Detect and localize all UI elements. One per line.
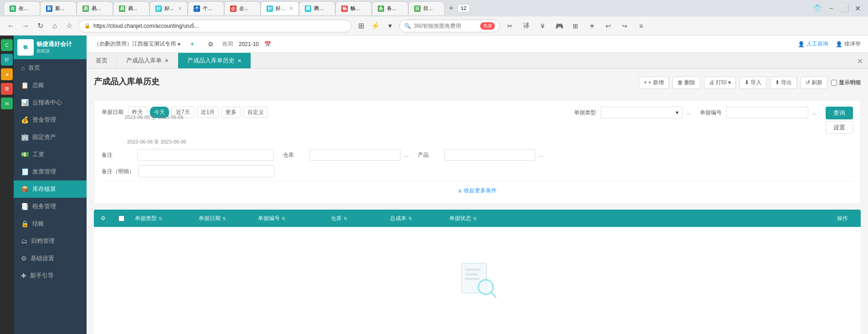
close-window-icon[interactable]: ✕ <box>855 4 861 13</box>
search-bar[interactable]: 🔍 热搜 <box>399 20 500 32</box>
th-total-cost[interactable]: 总成本 ⇅ <box>385 215 445 222</box>
tab-history-page[interactable]: 产成品入库单历史 ✕ <box>178 53 251 68</box>
query-button[interactable]: 查询 <box>826 107 853 119</box>
sidebar-item-reports[interactable]: 📊 云报表中心 <box>14 94 87 111</box>
browser-tab-6[interactable]: 个 个... <box>188 1 224 15</box>
tab-close-5[interactable]: ✕ <box>178 6 182 11</box>
maximize-icon[interactable]: ⬜ <box>840 4 849 13</box>
menu-icon[interactable]: ≡ <box>635 20 647 32</box>
bookmark-button[interactable]: ☆ <box>64 21 75 31</box>
type-more-icon[interactable]: ... <box>686 109 691 116</box>
home-button[interactable]: ⌂ <box>49 21 60 31</box>
new-tab-button[interactable]: + <box>445 2 457 15</box>
th-warehouse[interactable]: 仓库 ⇅ <box>326 215 385 222</box>
tab-count[interactable]: 12 <box>457 4 469 12</box>
user-info[interactable]: 👤 徐泽华 <box>836 40 861 48</box>
th-number[interactable]: 单据编号 ⇅ <box>253 215 326 222</box>
list-page-close[interactable]: ✕ <box>164 58 169 64</box>
currency-icon[interactable]: ¥ <box>536 20 549 32</box>
extensions-icon[interactable]: ⊞ <box>355 21 366 31</box>
calendar-icon[interactable]: 📅 <box>264 41 271 47</box>
search-input[interactable] <box>414 23 478 29</box>
minimize-icon[interactable]: － <box>827 4 835 13</box>
lightning-icon[interactable]: ⚡ <box>370 21 381 31</box>
sidebar-item-tax[interactable]: 📑 税务管理 <box>14 198 87 215</box>
browser-tab-8[interactable]: 好 好... ✕ <box>261 1 299 15</box>
scissors-icon[interactable]: ✂ <box>503 20 516 32</box>
th-type[interactable]: 单据类型 ⇅ <box>130 215 194 222</box>
tab-close-8[interactable]: ✕ <box>289 6 293 11</box>
more-btn[interactable]: 更多 <box>221 107 241 118</box>
chanjet-icon[interactable]: C <box>1 39 13 51</box>
browser-tab-12[interactable]: 目 目... <box>408 1 445 15</box>
add-button[interactable]: + + 新增 <box>639 77 669 89</box>
ai-help-button[interactable]: 👤 人工咨询 <box>798 40 828 48</box>
sidebar-item-closing[interactable]: 🔒 结账 <box>14 215 87 232</box>
type-filter-select[interactable]: ▾ <box>601 107 683 118</box>
sidebar-item-archive[interactable]: 🗂 归档管理 <box>14 232 87 250</box>
refresh-button[interactable]: ↺ 刷新 <box>801 77 827 89</box>
browser-tab-7[interactable]: 企 企... <box>224 1 261 15</box>
sidebar-item-home[interactable]: ⌂ 首页 <box>14 59 87 77</box>
sidebar-item-payroll[interactable]: 💵 工资 <box>14 146 87 163</box>
product-filter-select[interactable] <box>444 149 535 161</box>
sidebar-item-newentry[interactable]: ✚ 新手引导 <box>14 267 87 284</box>
collapse-button[interactable]: ∧ 收起更多条件 <box>102 184 853 197</box>
import-button[interactable]: ⬇ 导入 <box>740 77 766 89</box>
forward-button[interactable]: → <box>20 21 31 31</box>
th-checkbox[interactable] <box>112 216 130 221</box>
select-all-checkbox[interactable] <box>118 216 124 221</box>
redo-icon[interactable]: ↪ <box>618 20 631 32</box>
topbar-settings-icon[interactable]: ⚙ <box>204 38 217 51</box>
product-more-icon[interactable]: ... <box>539 152 544 158</box>
browser-tab-4[interactable]: 易 易... <box>113 1 149 15</box>
back-button[interactable]: ← <box>5 21 16 31</box>
add-company-button[interactable]: + <box>186 38 199 51</box>
weibo-icon[interactable]: 微 <box>1 83 13 95</box>
last-month-btn[interactable]: 近1月 <box>197 107 219 118</box>
browser-tab-11[interactable]: 各 各... <box>372 1 408 15</box>
refresh-button[interactable]: ↻ <box>35 21 46 31</box>
kuaiji-icon[interactable]: 好 <box>1 54 13 66</box>
grid-icon[interactable]: ⊞ <box>569 20 582 32</box>
detail-note-input[interactable] <box>138 165 275 177</box>
show-detail-checkbox-wrap[interactable]: 显示明细 <box>831 79 861 87</box>
sidebar-item-fixed-assets[interactable]: 🏢 固定资产 <box>14 128 87 146</box>
browser-tab-3[interactable]: 易 易... <box>77 1 113 15</box>
delete-button[interactable]: 🗑 删除 <box>673 77 700 89</box>
url-bar[interactable]: 🔒 https://cloud.chanjet.com/accounting/u… <box>78 20 352 32</box>
export-button[interactable]: ⬆ 导出 <box>770 77 797 89</box>
browser-tab-5[interactable]: 好 好... ✕ <box>149 1 188 15</box>
note-filter-input[interactable] <box>137 149 274 161</box>
sidebar-item-funds[interactable]: 💰 资金管理 <box>14 111 87 128</box>
browser-tab-9[interactable]: 腾 腾... <box>299 1 335 15</box>
game-icon[interactable]: 🎮 <box>553 20 565 32</box>
tab-list-page[interactable]: 产成品入库单 ✕ <box>117 53 178 68</box>
page-close-button[interactable]: ✕ <box>852 53 868 69</box>
chevron-down-icon[interactable]: ▾ <box>385 21 395 31</box>
sidebar-item-ledger[interactable]: 📋 总账 <box>14 77 87 94</box>
th-settings[interactable]: ⚙ <box>94 215 112 221</box>
mail-icon[interactable]: ✉ <box>1 98 13 109</box>
undo-icon[interactable]: ↩ <box>602 20 615 32</box>
translate-icon[interactable]: 译 <box>520 20 533 32</box>
sidebar-item-inventory[interactable]: 📦 库存核算 <box>14 180 87 198</box>
th-status[interactable]: 单据状态 ⇅ <box>445 215 504 222</box>
browser-tab-10[interactable]: 畅 畅... <box>335 1 372 15</box>
custom-btn[interactable]: 自定义 <box>243 107 268 118</box>
settings-filter-button[interactable]: 设置 <box>826 121 853 134</box>
history-page-close[interactable]: ✕ <box>237 58 241 64</box>
warehouse-filter-select[interactable] <box>309 149 401 161</box>
show-detail-checkbox[interactable] <box>831 80 837 86</box>
number-more-icon[interactable]: ... <box>812 109 817 116</box>
number-filter-input[interactable] <box>726 107 808 118</box>
print-button[interactable]: 🖨 打印 ▾ <box>704 77 736 89</box>
browser-tab-2[interactable]: 新 新... <box>40 1 77 15</box>
company-selector[interactable]: （勿删勿禁用）江西服宝测试专用 ▾ <box>94 40 180 48</box>
tab-breadcrumb-home[interactable]: 首页 <box>87 53 117 68</box>
sidebar-item-basic[interactable]: ⚙ 基础设置 <box>14 250 87 267</box>
theme-icon[interactable]: ☀ <box>586 20 598 32</box>
th-date[interactable]: 单据日期 ⇅ <box>194 215 253 222</box>
warehouse-more-icon[interactable]: ... <box>404 152 409 158</box>
browser-tab-1[interactable]: 在 在... <box>4 1 40 15</box>
